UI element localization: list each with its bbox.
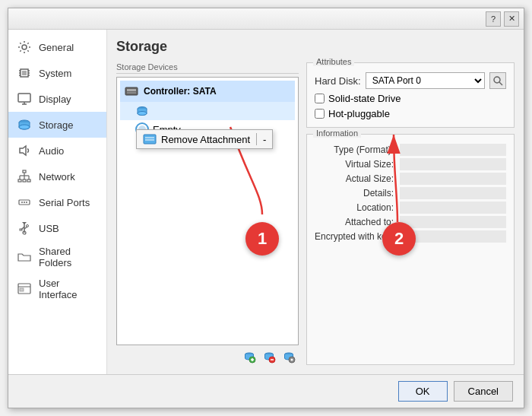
- svg-point-56: [291, 359, 293, 361]
- sidebar-item-label-audio: Audio: [39, 145, 64, 157]
- info-grid: Type (Format): Virtual Size: Actual Size…: [315, 144, 506, 243]
- disk-row[interactable]: [120, 102, 295, 120]
- solid-state-drive-checkbox[interactable]: [315, 94, 325, 103]
- svg-point-33: [27, 225, 29, 227]
- sidebar-item-serial-ports[interactable]: Serial Ports: [8, 189, 106, 215]
- sidebar-item-shared-folders[interactable]: Shared Folders: [8, 241, 106, 273]
- usb-icon: [16, 220, 33, 237]
- info-label-0: Type (Format):: [315, 144, 394, 156]
- svg-rect-37: [20, 288, 24, 291]
- svg-point-25: [21, 202, 23, 203]
- sidebar-item-label-user-interface: User Interface: [39, 278, 99, 300]
- info-label-1: Virtual Size:: [315, 158, 394, 170]
- main-content: Storage Storage Devices: [107, 30, 524, 374]
- speaker-icon: [16, 142, 33, 159]
- hard-disk-browse-button[interactable]: [489, 72, 506, 89]
- sidebar-item-audio[interactable]: Audio: [8, 138, 106, 164]
- info-label-3: Details:: [315, 187, 394, 199]
- title-bar: ? ✕: [8, 8, 524, 30]
- info-value-5: [400, 216, 506, 228]
- dialog-body: General System: [8, 30, 524, 374]
- info-value-4: [400, 202, 506, 214]
- hot-pluggable-row: Hot-pluggable: [315, 108, 506, 119]
- storage-devices-panel: Storage Devices Controller:: [116, 62, 299, 365]
- storage-tree: Controller: SATA: [116, 77, 299, 345]
- sidebar-item-general[interactable]: General: [8, 34, 106, 60]
- controller-row[interactable]: Controller: SATA: [120, 81, 295, 102]
- context-menu-dash: -: [263, 134, 266, 145]
- page-title: Storage: [116, 39, 515, 55]
- folder-icon: [16, 249, 33, 265]
- sidebar-item-label-shared-folders: Shared Folders: [39, 246, 99, 268]
- sidebar-item-system[interactable]: System: [8, 60, 106, 86]
- svg-point-57: [494, 77, 500, 83]
- sidebar-item-display[interactable]: Display: [8, 86, 106, 112]
- dialog-footer: OK Cancel: [8, 374, 524, 408]
- cancel-button[interactable]: Cancel: [454, 381, 513, 402]
- storage-devices-header: Storage Devices: [116, 62, 299, 74]
- hard-disk-label: Hard Disk:: [315, 75, 361, 87]
- svg-point-26: [24, 202, 25, 203]
- svg-rect-9: [18, 94, 30, 102]
- chip-icon: [16, 65, 33, 81]
- sata-controller-icon: [123, 83, 140, 100]
- sidebar-item-label-general: General: [39, 42, 74, 53]
- svg-point-13: [19, 125, 30, 129]
- information-section-title: Information: [313, 129, 361, 138]
- information-section: Information Type (Format): Virtual Size:…: [306, 134, 515, 365]
- svg-rect-17: [23, 179, 26, 182]
- content-area: Storage Devices Controller:: [116, 62, 515, 365]
- sidebar-item-storage[interactable]: Storage: [8, 112, 106, 138]
- info-value-6: [400, 230, 506, 243]
- disk-row-icon: [135, 104, 149, 118]
- sidebar-item-label-storage: Storage: [39, 119, 74, 131]
- info-label-4: Location:: [315, 202, 394, 214]
- gear-icon: [16, 39, 33, 56]
- svg-rect-31: [20, 229, 22, 230]
- dialog: ? ✕ General: [8, 8, 524, 408]
- info-label-2: Actual Size:: [315, 173, 394, 185]
- svg-marker-14: [20, 146, 26, 155]
- sidebar-item-user-interface[interactable]: User Interface: [8, 273, 106, 305]
- svg-rect-39: [127, 89, 136, 91]
- help-button[interactable]: ?: [486, 11, 501, 27]
- svg-rect-40: [127, 92, 136, 94]
- sidebar-item-label-network: Network: [39, 171, 75, 183]
- remove-attachment-toolbar-button[interactable]: [261, 348, 277, 365]
- sidebar-item-label-display: Display: [39, 94, 71, 105]
- info-value-0: [400, 144, 506, 156]
- info-value-1: [400, 158, 506, 170]
- context-menu: Remove Attachment -: [136, 129, 273, 149]
- attributes-section-title: Attributes: [313, 57, 354, 66]
- sidebar-item-usb[interactable]: USB: [8, 215, 106, 241]
- context-menu-label[interactable]: Remove Attachment: [161, 134, 250, 145]
- svg-rect-44: [144, 135, 156, 144]
- svg-point-42: [138, 112, 147, 116]
- svg-line-58: [499, 82, 502, 85]
- disk-icon: [16, 116, 33, 133]
- info-value-2: [400, 173, 506, 185]
- network-icon: [16, 168, 33, 185]
- hard-disk-row: Hard Disk: SATA Port 0: [315, 72, 506, 89]
- hot-pluggable-checkbox[interactable]: [315, 109, 325, 119]
- info-label-5: Attached to:: [315, 216, 394, 228]
- attributes-section: Attributes Hard Disk: SATA Port 0: [306, 62, 515, 128]
- svg-rect-15: [23, 170, 26, 173]
- settings-toolbar-button[interactable]: [280, 348, 297, 365]
- attributes-panel: Attributes Hard Disk: SATA Port 0: [306, 62, 515, 365]
- sidebar-item-label-system: System: [39, 68, 71, 79]
- add-attachment-button[interactable]: [241, 348, 258, 365]
- storage-toolbar: [116, 345, 299, 365]
- solid-state-drive-row: Solid-state Drive: [315, 93, 506, 104]
- info-label-6: Encrypted with key:: [315, 230, 394, 243]
- sidebar-item-label-serial-ports: Serial Ports: [39, 197, 90, 208]
- close-button[interactable]: ✕: [504, 11, 519, 27]
- svg-rect-18: [27, 179, 30, 182]
- info-value-3: [400, 187, 506, 199]
- sidebar-item-network[interactable]: Network: [8, 164, 106, 189]
- ui-icon: [16, 281, 33, 297]
- hard-disk-select[interactable]: SATA Port 0: [366, 72, 485, 89]
- sidebar-item-label-usb: USB: [39, 223, 59, 234]
- ok-button[interactable]: OK: [398, 381, 448, 402]
- context-menu-separator: [256, 133, 257, 145]
